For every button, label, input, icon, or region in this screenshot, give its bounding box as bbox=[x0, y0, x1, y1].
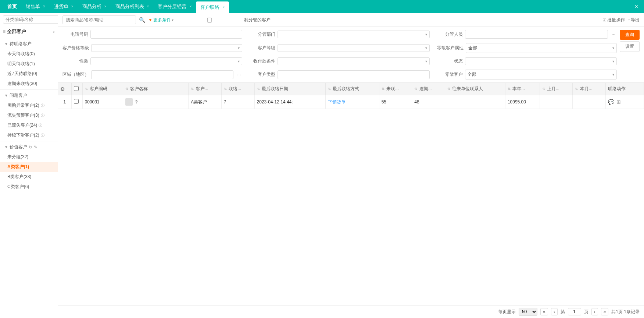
total-records: 共1页 1条记录 bbox=[611, 309, 640, 315]
value-customers-title[interactable]: ▼ 价值客户 ↻ ✎ bbox=[0, 142, 58, 152]
sidebar-search-area: 🔍 bbox=[0, 13, 58, 26]
nav-sales[interactable]: 销售单 × bbox=[21, 0, 50, 13]
sidebar-item-abnormal[interactable]: 囤购异常客户(2) ⓘ bbox=[0, 100, 58, 110]
more-filter-button[interactable]: ▼ 更多条件 ▾ bbox=[148, 17, 173, 23]
nav-goods-analysis-list[interactable]: 商品分析列表 × bbox=[111, 0, 154, 13]
sidebar-item-ungrouped[interactable]: 未分组(32) bbox=[0, 152, 58, 162]
my-customers-checkbox-label[interactable]: 我分管的客户 bbox=[176, 17, 271, 23]
value-customers-group: ▼ 价值客户 ↻ ✎ 未分组(32) A类客户(1) B类客户(33) C类客户… bbox=[0, 142, 58, 192]
content-area: 🔍 ▼ 更多条件 ▾ 我分管的客户 ☑ 批量操作 ↑ 导出 bbox=[58, 13, 644, 318]
sidebar-item-a-class[interactable]: A类客户(1) bbox=[0, 162, 58, 172]
manager-input[interactable] bbox=[465, 30, 608, 39]
sort-name-icon[interactable]: ⇅ bbox=[125, 87, 128, 91]
row-index: 1 bbox=[58, 95, 71, 109]
sidebar-item-overdue[interactable]: 逾期未联络(30) bbox=[0, 79, 58, 89]
row-code: 000031 bbox=[82, 95, 123, 109]
sidebar-item-7days[interactable]: 近7天待联络(0) bbox=[0, 69, 58, 79]
row-checkbox-cell bbox=[71, 95, 82, 109]
col-last-month: ⇅ 上月... bbox=[540, 83, 573, 95]
sort-overdue-icon[interactable]: ⇅ bbox=[414, 87, 417, 91]
settings-button[interactable]: 设置 bbox=[620, 41, 640, 52]
price-level-label: 客户价格等级 bbox=[62, 45, 89, 51]
filter-row-4: 区域（地区） ··· 客户类型 零散客户 全部 ▾ bbox=[62, 70, 617, 80]
pending-contact-title[interactable]: ▼ 待联络客户 bbox=[0, 39, 58, 49]
nature-select[interactable]: ▾ bbox=[90, 57, 242, 65]
sort-last-date-icon[interactable]: ⇅ bbox=[257, 87, 260, 91]
sort-code-icon[interactable]: ⇅ bbox=[85, 87, 88, 91]
search-input[interactable] bbox=[62, 15, 136, 24]
sort-unit-contacts-icon[interactable]: ⇅ bbox=[447, 87, 450, 91]
sidebar-item-tomorrow[interactable]: 明天待联络(1) bbox=[0, 59, 58, 69]
collapse-sidebar-icon[interactable]: ‹ bbox=[53, 29, 55, 35]
edit-group-icon[interactable]: ✎ bbox=[34, 145, 37, 150]
sort-uncontact-icon[interactable]: ⇅ bbox=[382, 87, 384, 91]
sort-this-month-icon[interactable]: ⇅ bbox=[575, 87, 578, 91]
row-contacts bbox=[445, 95, 505, 109]
refresh-icon[interactable]: ↻ bbox=[29, 145, 32, 150]
my-customers-checkbox[interactable] bbox=[176, 18, 243, 22]
nav-customer-contact[interactable]: 客户联络 × bbox=[196, 1, 229, 13]
first-page-button[interactable]: « bbox=[540, 308, 548, 315]
sidebar-item-b-class[interactable]: B类客户(33) bbox=[0, 172, 58, 182]
export-button[interactable]: ↑ 导出 bbox=[628, 17, 640, 23]
sidebar-item-churn-warn[interactable]: 流失预警客户(3) ⓘ bbox=[0, 110, 58, 120]
region-input[interactable] bbox=[91, 70, 233, 79]
sidebar-item-churned[interactable]: 已流失客户(24) ⓘ bbox=[0, 120, 58, 130]
global-close-icon[interactable]: × bbox=[632, 3, 641, 10]
row-last-method: 下销货单 bbox=[325, 95, 379, 109]
phone-input[interactable] bbox=[90, 30, 242, 39]
sidebar-item-declining[interactable]: 持续下滑客户(2) ⓘ bbox=[0, 130, 58, 140]
sidebar-search-input[interactable] bbox=[3, 15, 58, 24]
col-code: ⇅ 客户编码 bbox=[82, 83, 123, 95]
retail-customer-arrow-icon: ▾ bbox=[612, 73, 614, 77]
nav-home[interactable]: 首页 bbox=[3, 0, 21, 13]
select-all-checkbox[interactable] bbox=[74, 86, 79, 91]
col-actions: 联络动作 bbox=[605, 83, 644, 95]
sort-this-year-icon[interactable]: ⇅ bbox=[508, 87, 511, 91]
dept-select[interactable]: ▾ bbox=[278, 31, 429, 38]
row-checkbox[interactable] bbox=[74, 99, 79, 104]
nav-goods-analysis[interactable]: 商品分析 × bbox=[78, 0, 111, 13]
problem-customers-title[interactable]: ▼ 问题客户 bbox=[0, 91, 58, 100]
close-goods-analysis-list-icon[interactable]: × bbox=[147, 0, 149, 13]
search-button[interactable]: 🔍 bbox=[139, 17, 145, 23]
sort-type-icon[interactable]: ⇅ bbox=[191, 87, 194, 91]
sort-contact-count-icon[interactable]: ⇅ bbox=[224, 87, 227, 91]
close-customer-contact-icon[interactable]: × bbox=[222, 1, 225, 13]
all-customers-header: ⠿ 全部客户 ‹ bbox=[0, 26, 58, 37]
batch-op-button[interactable]: ☑ 批量操作 bbox=[602, 17, 625, 23]
close-customer-tier-icon[interactable]: × bbox=[189, 0, 192, 13]
sidebar-item-today[interactable]: 今天待联络(0) bbox=[0, 49, 58, 59]
table-settings-icon[interactable]: ⚙ bbox=[60, 86, 65, 92]
manager-dots-icon[interactable]: ··· bbox=[610, 32, 617, 37]
region-dots-icon[interactable]: ··· bbox=[236, 72, 242, 77]
chevron-icon: ▾ bbox=[172, 18, 173, 22]
nav-customer-tier[interactable]: 客户分层经营 × bbox=[153, 0, 196, 13]
close-goods-analysis-icon[interactable]: × bbox=[104, 0, 107, 13]
filter-row-3: 性质 ▾ 收付款条件 ▾ bbox=[62, 57, 617, 65]
sidebar-item-c-class[interactable]: C类客户(6) bbox=[0, 182, 58, 192]
retail-attr-select[interactable]: 全部 ▾ bbox=[466, 43, 617, 53]
close-purchase-icon[interactable]: × bbox=[71, 0, 74, 13]
retail-customer-select[interactable]: 全部 ▾ bbox=[465, 70, 617, 80]
page-input[interactable] bbox=[568, 308, 581, 315]
status-select[interactable]: ▾ bbox=[465, 57, 617, 65]
filter-price-level: 客户价格等级 ▾ bbox=[62, 44, 242, 52]
per-page-select[interactable]: 50 100 200 bbox=[519, 308, 537, 316]
sort-last-month-icon[interactable]: ⇅ bbox=[542, 87, 545, 91]
close-sales-icon[interactable]: × bbox=[43, 0, 45, 13]
next-page-button[interactable]: › bbox=[591, 308, 598, 315]
nav-purchase[interactable]: 进货单 × bbox=[50, 0, 78, 13]
sort-last-method-icon[interactable]: ⇅ bbox=[328, 87, 331, 91]
query-button[interactable]: 查询 bbox=[620, 30, 640, 40]
last-method-link[interactable]: 下销货单 bbox=[328, 99, 346, 105]
last-page-button[interactable]: » bbox=[601, 308, 609, 315]
triangle-down-icon3: ▼ bbox=[4, 145, 8, 149]
payment-select[interactable]: ▾ bbox=[278, 57, 429, 65]
price-level-select[interactable]: ▾ bbox=[91, 44, 242, 52]
grid-icon[interactable]: ⊞ bbox=[616, 99, 621, 105]
chat-icon[interactable]: 💬 bbox=[608, 99, 614, 105]
customer-type-input[interactable] bbox=[278, 70, 429, 79]
prev-page-button[interactable]: ‹ bbox=[551, 308, 558, 315]
customer-level-select[interactable]: ▾ bbox=[278, 44, 429, 52]
